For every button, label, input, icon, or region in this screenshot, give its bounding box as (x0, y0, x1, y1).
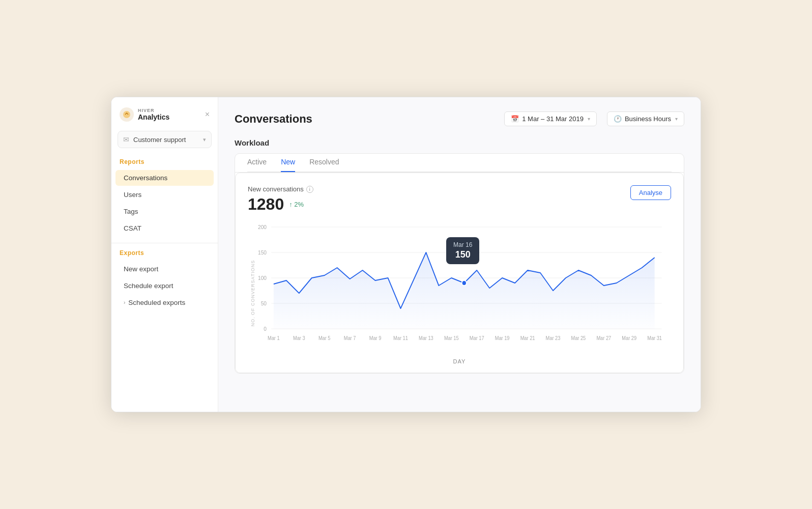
sidebar-item-csat[interactable]: CSAT (115, 220, 214, 236)
reports-section-label: Reports (111, 158, 218, 169)
svg-text:Mar 3: Mar 3 (293, 335, 305, 341)
chart-value-row: 1280 ↑ 2% (248, 195, 313, 214)
workload-section-title: Workload (235, 138, 684, 147)
mailbox-icon: ✉ (123, 135, 129, 144)
page-title: Conversations (235, 112, 312, 126)
svg-text:Mar 11: Mar 11 (393, 335, 408, 341)
app-window: HIVER Analytics × ✉ Customer support ▾ R… (111, 97, 701, 412)
brand-name: HIVER (138, 108, 169, 113)
main-header: Conversations 📅 1 Mar – 31 Mar 2019 ▾ 🕐 … (235, 111, 684, 126)
chart-metric: New conversations i 1280 ↑ 2% (248, 185, 313, 214)
chart-change: ↑ 2% (289, 201, 304, 208)
info-icon[interactable]: i (306, 186, 313, 193)
svg-text:Mar 19: Mar 19 (495, 335, 510, 341)
svg-text:Mar 1: Mar 1 (268, 335, 280, 341)
mailbox-selector[interactable]: ✉ Customer support ▾ (118, 131, 212, 148)
svg-text:NO. OF CONVERSATIONS: NO. OF CONVERSATIONS (250, 260, 255, 327)
chart-value: 1280 (248, 195, 284, 214)
logo: HIVER Analytics (120, 107, 169, 122)
sidebar-item-scheduled-exports[interactable]: › Scheduled exports (115, 295, 214, 310)
app-title: Analytics (138, 113, 169, 121)
sidebar-item-conversations[interactable]: Conversations (115, 170, 214, 186)
tabs-row: Active New Resolved (235, 154, 684, 173)
date-range-label: 1 Mar – 31 Mar 2019 (522, 115, 584, 123)
svg-text:50: 50 (261, 300, 267, 306)
svg-text:100: 100 (258, 275, 267, 281)
x-axis-label: DAY (248, 358, 671, 364)
workload-container: Active New Resolved New conversations i … (235, 153, 684, 374)
main-content: Conversations 📅 1 Mar – 31 Mar 2019 ▾ 🕐 … (218, 97, 701, 412)
logo-icon (120, 107, 134, 122)
svg-text:150: 150 (258, 249, 267, 256)
svg-text:Mar 27: Mar 27 (596, 335, 611, 341)
hours-caret-icon: ▾ (675, 116, 678, 122)
svg-text:Mar 17: Mar 17 (470, 335, 484, 341)
svg-text:Mar 25: Mar 25 (571, 335, 586, 341)
sidebar-item-users[interactable]: Users (115, 187, 214, 203)
sidebar-item-tags[interactable]: Tags (115, 204, 214, 219)
hours-picker[interactable]: 🕐 Business Hours ▾ (607, 111, 684, 126)
analyse-button[interactable]: Analyse (630, 185, 671, 200)
chart-svg: 0 50 100 150 200 NO. OF CONVERSATIONS (248, 222, 671, 354)
sidebar-divider (111, 243, 218, 243)
svg-text:Mar 9: Mar 9 (369, 335, 382, 341)
svg-text:Mar 5: Mar 5 (318, 335, 331, 341)
close-button[interactable]: × (205, 110, 210, 119)
mailbox-label: Customer support (133, 136, 199, 144)
logo-text: HIVER Analytics (138, 108, 169, 121)
calendar-icon: 📅 (511, 115, 519, 123)
scheduled-exports-label: Scheduled exports (128, 299, 185, 306)
tab-resolved[interactable]: Resolved (309, 154, 339, 172)
svg-text:Mar 23: Mar 23 (546, 335, 561, 341)
header-controls: 📅 1 Mar – 31 Mar 2019 ▾ 🕐 Business Hours… (504, 111, 684, 126)
sidebar-item-new-export[interactable]: New export (115, 261, 214, 277)
hours-label: Business Hours (625, 115, 671, 123)
svg-text:Mar 29: Mar 29 (622, 335, 636, 341)
sidebar-header: HIVER Analytics × (111, 107, 218, 131)
tab-new[interactable]: New (281, 154, 295, 172)
svg-point-12 (462, 280, 467, 286)
chart-metric-label: New conversations i (248, 185, 313, 193)
chevron-right-icon: › (124, 300, 125, 305)
svg-text:0: 0 (264, 326, 267, 332)
exports-section-label: Exports (111, 249, 218, 261)
svg-point-0 (123, 111, 130, 118)
svg-text:Mar 15: Mar 15 (444, 335, 459, 341)
svg-text:200: 200 (258, 224, 267, 230)
mailbox-caret-icon: ▾ (203, 136, 206, 143)
tab-active[interactable]: Active (247, 154, 267, 172)
date-caret-icon: ▾ (588, 116, 590, 122)
svg-text:Mar 13: Mar 13 (419, 335, 433, 341)
workload-tabs: Active New Resolved (247, 154, 672, 172)
chart-card: New conversations i 1280 ↑ 2% Analyse (235, 173, 684, 373)
svg-text:Mar 7: Mar 7 (344, 335, 356, 341)
clock-icon: 🕐 (614, 115, 622, 123)
chart-header: New conversations i 1280 ↑ 2% Analyse (248, 185, 671, 214)
date-range-picker[interactable]: 📅 1 Mar – 31 Mar 2019 ▾ (504, 111, 597, 126)
svg-text:Mar 31: Mar 31 (647, 335, 662, 341)
svg-text:Mar 21: Mar 21 (520, 335, 535, 341)
sidebar-item-schedule-export[interactable]: Schedule export (115, 278, 214, 294)
sidebar: HIVER Analytics × ✉ Customer support ▾ R… (111, 97, 218, 412)
chart-container: 0 50 100 150 200 NO. OF CONVERSATIONS (248, 222, 671, 356)
